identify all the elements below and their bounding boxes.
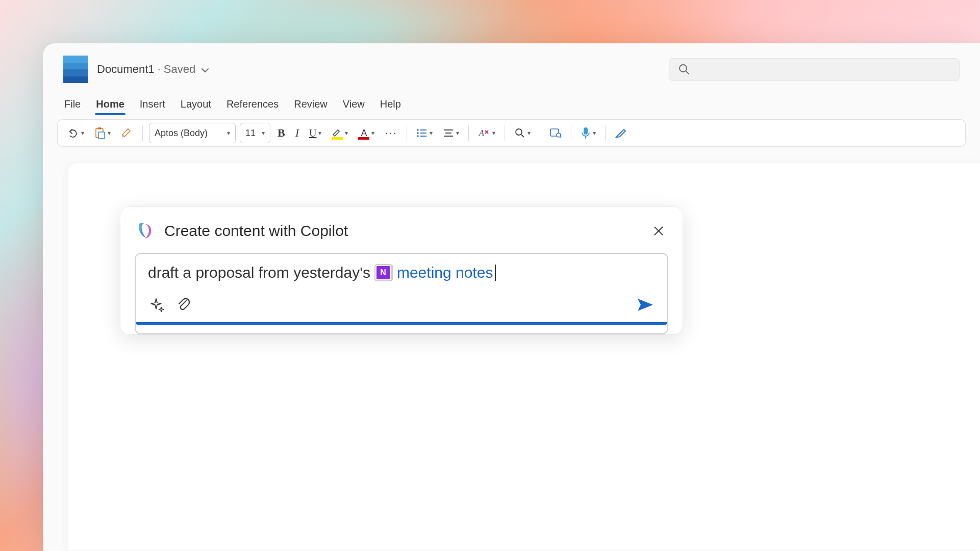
chevron-down-icon[interactable] xyxy=(202,68,209,73)
save-status-text: Saved xyxy=(164,63,195,75)
document-canvas[interactable]: Create content with Copilot draft a prop… xyxy=(68,163,980,550)
underline-button[interactable]: U ▾ xyxy=(306,125,324,141)
document-name-text: Document1 xyxy=(97,63,155,75)
italic-button[interactable]: I xyxy=(292,124,302,142)
ribbon-tabs: File Home Insert Layout References Revie… xyxy=(43,91,980,115)
bullets-button[interactable]: ▾ xyxy=(413,126,436,140)
svg-line-1 xyxy=(686,71,689,74)
word-app-window: Document1 · Saved File Home Insert Layou… xyxy=(43,43,980,551)
align-button[interactable]: ▾ xyxy=(440,126,462,140)
document-title[interactable]: Document1 · Saved xyxy=(97,63,209,76)
underline-letter: U xyxy=(309,127,316,139)
font-name-value: Aptos (Body) xyxy=(155,128,208,139)
chevron-down-icon: ▾ xyxy=(456,129,459,137)
svg-point-18 xyxy=(557,133,561,137)
chevron-down-icon: ▾ xyxy=(527,129,531,137)
svg-rect-4 xyxy=(98,132,105,139)
tab-layout[interactable]: Layout xyxy=(180,95,212,115)
toolbar-separator xyxy=(540,125,540,141)
svg-point-9 xyxy=(417,135,419,137)
home-toolbar: ▾ ▾ Aptos (Body) ▾ 11 ▾ B I U ▾ ▾ xyxy=(57,119,966,147)
prompt-prefix-text: draft a proposal from yesterday's xyxy=(148,264,370,281)
text-cursor xyxy=(495,265,496,281)
tab-help[interactable]: Help xyxy=(379,95,402,115)
font-color-icon: A xyxy=(358,127,369,139)
undo-button[interactable]: ▾ xyxy=(65,125,87,141)
chevron-down-icon: ▾ xyxy=(81,129,84,137)
chevron-down-icon: ▾ xyxy=(318,129,321,137)
input-accent-bar xyxy=(136,322,667,325)
copilot-prompt-input[interactable]: draft a proposal from yesterday's N meet… xyxy=(135,253,668,334)
more-formatting-button[interactable]: ··· xyxy=(382,124,400,142)
highlight-icon xyxy=(332,127,343,139)
tab-review[interactable]: Review xyxy=(293,95,329,115)
tab-file[interactable]: File xyxy=(63,95,82,115)
copilot-compose-card: Create content with Copilot draft a prop… xyxy=(120,207,683,334)
svg-point-7 xyxy=(417,132,419,134)
paste-button[interactable]: ▾ xyxy=(91,125,114,141)
toolbar-separator xyxy=(468,125,469,141)
attach-file-button[interactable] xyxy=(174,296,193,314)
font-family-selector[interactable]: Aptos (Body) ▾ xyxy=(149,123,236,143)
svg-line-16 xyxy=(521,135,524,137)
prompt-text-line: draft a proposal from yesterday's N meet… xyxy=(148,264,655,281)
svg-text:A: A xyxy=(479,128,484,137)
chevron-down-icon: ▾ xyxy=(345,129,348,137)
svg-point-15 xyxy=(516,129,522,135)
svg-point-5 xyxy=(417,129,419,131)
chevron-down-icon: ▾ xyxy=(262,129,265,137)
svg-rect-3 xyxy=(98,127,101,129)
svg-line-19 xyxy=(560,137,561,138)
font-size-selector[interactable]: 11 ▾ xyxy=(240,123,270,143)
highlight-color-button[interactable]: ▾ xyxy=(329,125,351,141)
clear-formatting-button[interactable]: A ▾ xyxy=(475,125,498,141)
font-size-value: 11 xyxy=(245,128,256,139)
search-icon xyxy=(679,64,690,75)
title-bar: Document1 · Saved xyxy=(43,43,980,91)
title-separator: · xyxy=(155,63,164,75)
referenced-file-label: meeting notes xyxy=(397,264,493,281)
search-input[interactable] xyxy=(669,58,960,81)
onenote-icon: N xyxy=(375,265,391,280)
editor-button[interactable] xyxy=(612,125,630,141)
copilot-logo-icon xyxy=(135,220,156,242)
designer-button[interactable] xyxy=(546,125,565,141)
toolbar-separator xyxy=(407,125,407,141)
copilot-header: Create content with Copilot xyxy=(135,220,668,253)
format-painter-button[interactable] xyxy=(118,125,136,141)
chevron-down-icon: ▾ xyxy=(227,129,230,137)
dictate-button[interactable]: ▾ xyxy=(577,124,599,142)
chevron-down-icon: ▾ xyxy=(371,129,374,137)
chevron-down-icon: ▾ xyxy=(430,129,433,137)
toolbar-separator xyxy=(505,125,505,141)
tab-insert[interactable]: Insert xyxy=(139,95,166,115)
inspire-me-button[interactable] xyxy=(148,296,166,314)
toolbar-separator xyxy=(605,125,606,141)
chevron-down-icon: ▾ xyxy=(492,129,495,137)
bold-button[interactable]: B xyxy=(274,124,288,142)
send-button[interactable] xyxy=(637,296,655,314)
tab-view[interactable]: View xyxy=(342,95,366,115)
referenced-file-chip[interactable]: N meeting notes xyxy=(375,264,493,281)
chevron-down-icon: ▾ xyxy=(108,129,111,137)
toolbar-separator xyxy=(571,125,571,141)
tab-home[interactable]: Home xyxy=(95,95,125,115)
tab-references[interactable]: References xyxy=(225,95,280,115)
word-app-icon xyxy=(63,56,88,83)
chevron-down-icon: ▾ xyxy=(593,129,596,137)
font-color-button[interactable]: A ▾ xyxy=(355,125,378,141)
toolbar-separator xyxy=(142,125,143,141)
svg-rect-20 xyxy=(584,127,588,135)
close-button[interactable] xyxy=(649,223,668,239)
find-button[interactable]: ▾ xyxy=(511,125,534,141)
copilot-card-title: Create content with Copilot xyxy=(164,222,641,240)
prompt-input-footer xyxy=(148,281,655,320)
